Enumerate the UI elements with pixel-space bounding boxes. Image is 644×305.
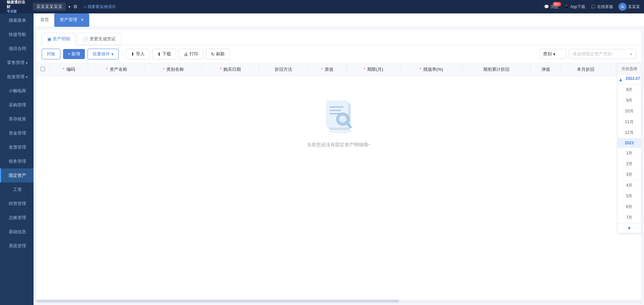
- sidebar-item-search[interactable]: 搜索菜单: [0, 13, 34, 28]
- add-button[interactable]: + 新增: [63, 49, 85, 59]
- month-down-button[interactable]: ▼: [626, 225, 633, 232]
- app-name: 畅捷通好业财: [7, 0, 25, 9]
- month-panel-title: 月份选择: [618, 63, 641, 75]
- batch-button[interactable]: 批量操作 ▾: [88, 49, 119, 59]
- message-badge: 99+: [553, 2, 561, 6]
- company-dropdown-icon[interactable]: ▼: [68, 5, 71, 9]
- download-button[interactable]: ⬇ 下载: [152, 49, 176, 59]
- sidebar-item-inventory[interactable]: 库存核算: [0, 112, 34, 126]
- category-label: 类别: [543, 51, 552, 57]
- svg-rect-5: [329, 110, 341, 111]
- month-item-nov[interactable]: 11月: [618, 117, 641, 128]
- sidebar-item-system[interactable]: 系统管理: [0, 239, 34, 253]
- message-button[interactable]: 💬 消息 99+: [544, 4, 558, 10]
- sub-tab-asset-detail-label: 资产明细: [53, 36, 70, 42]
- th-depreciation-method: 折旧方法: [259, 63, 308, 76]
- top-bar-left: 畅捷通好业财 专业版 某某某某某某 ▼ ⚙ ○ 我要看实例演示: [4, 0, 541, 14]
- table-header-row: * 编码 * 资产名称 * 类别名称: [36, 63, 641, 76]
- sidebar-item-project[interactable]: 项目合同: [0, 42, 34, 56]
- scroll-thumb[interactable]: [36, 300, 399, 302]
- month-panel-nav-top: ▲ 2022.07: [618, 75, 641, 85]
- purchase-label: 采购管理: [9, 102, 26, 108]
- sidebar-item-basic-info[interactable]: 基础信息: [0, 225, 34, 239]
- wholesale-label: 批发管理: [7, 74, 24, 80]
- download-icon: ⬇: [157, 52, 161, 57]
- month-item-jul[interactable]: 7月: [618, 212, 641, 223]
- month-item-sep[interactable]: 9月: [618, 95, 641, 106]
- batch-label: 批量操作: [93, 51, 110, 57]
- month-up-button[interactable]: ▲: [618, 76, 623, 83]
- sidebar-item-wholesale[interactable]: 批发管理 ▾: [0, 70, 34, 84]
- sidebar-item-payroll[interactable]: 工资: [0, 183, 34, 197]
- import-icon: ⬆: [131, 52, 135, 57]
- month-item-dec[interactable]: 12月: [618, 128, 641, 138]
- toolbar-divider: [122, 52, 122, 56]
- sub-tab-change-voucher[interactable]: 📄 变更生成凭证: [77, 33, 121, 45]
- online-service-button[interactable]: 🎧 在线客服: [591, 4, 613, 10]
- sidebar-item-invoice[interactable]: 发票管理: [0, 140, 34, 154]
- sidebar-item-finance[interactable]: 资金管理: [0, 126, 34, 140]
- month-item-apr[interactable]: 4月: [618, 180, 641, 191]
- tab-asset-mgmt-label: 资产管理: [60, 17, 77, 23]
- user-menu[interactable]: Ai 某某某: [619, 3, 640, 11]
- refresh-label: 刷新: [216, 51, 225, 57]
- svg-point-9: [340, 116, 343, 119]
- month-item-aug[interactable]: 8月: [618, 85, 641, 95]
- payroll-label: 工资: [13, 187, 22, 193]
- month-item-year-2023[interactable]: 2023: [618, 138, 641, 148]
- tab-bar: 首页 资产管理 ✕: [34, 13, 644, 27]
- app-download-button[interactable]: 📱 App下载: [564, 4, 585, 10]
- content-panel: ▣ 资产明细 📄 变更生成凭证 对账 + 新增 批量操作 ▾: [36, 30, 641, 302]
- wholesale-arrow-icon: ▾: [26, 75, 28, 79]
- sidebar-item-purchase[interactable]: 采购管理: [0, 98, 34, 112]
- print-label: 打印: [190, 51, 198, 57]
- svg-point-0: [329, 130, 352, 134]
- month-item-jun[interactable]: 6月: [618, 202, 641, 212]
- sidebar-item-ledger[interactable]: 总账管理: [0, 211, 34, 225]
- category-input[interactable]: 请选择固定资产类别 ▾: [569, 49, 636, 59]
- month-item-oct[interactable]: 10月: [618, 106, 641, 117]
- management-label: 经营管理: [9, 201, 26, 207]
- empty-illustration: [319, 96, 359, 137]
- search-label: 搜索菜单: [9, 17, 26, 23]
- print-icon: 🖨: [184, 52, 188, 57]
- bottom-scrollbar[interactable]: [36, 300, 641, 302]
- th-checkbox: [36, 63, 50, 76]
- month-year-display: 2022.07: [626, 76, 640, 83]
- match-button[interactable]: 对账: [42, 49, 60, 59]
- tab-close-icon[interactable]: ✕: [80, 17, 84, 22]
- import-button[interactable]: ⬆ 导入: [126, 49, 150, 59]
- avatar: Ai: [619, 3, 627, 11]
- sidebar-item-retail[interactable]: 零售管理 ▾: [0, 56, 34, 70]
- sidebar-item-tax[interactable]: 税务管理: [0, 154, 34, 168]
- tab-asset-mgmt[interactable]: 资产管理 ✕: [54, 13, 89, 27]
- sidebar-item-ecommerce[interactable]: 小畅电商: [0, 84, 34, 98]
- tab-home[interactable]: 首页: [35, 13, 54, 27]
- company-selector[interactable]: 某某某某某某: [33, 3, 66, 11]
- toolbar-left: 对账 + 新增 批量操作 ▾ ⬆ 导入 ⬇ 下载: [42, 49, 537, 59]
- month-panel: 月份选择 ▲ 2022.07 8月 9月 10月: [617, 63, 641, 233]
- month-item-feb[interactable]: 2月: [618, 159, 641, 169]
- demo-link[interactable]: ○ 我要看实例演示: [84, 4, 116, 10]
- inventory-label: 库存核算: [9, 116, 26, 122]
- ledger-label: 总账管理: [9, 215, 26, 221]
- headset-icon: 🎧: [591, 4, 596, 9]
- sidebar-item-fixed-assets[interactable]: 固定资产: [0, 168, 34, 183]
- refresh-button[interactable]: ↻ 刷新: [206, 49, 230, 59]
- category-dropdown-icon: ▾: [553, 52, 555, 57]
- sidebar-item-quick-nav[interactable]: 快捷导航: [0, 28, 34, 42]
- th-residual-rate: * 残值率(%): [400, 63, 463, 76]
- print-button[interactable]: 🖨 打印: [179, 49, 203, 59]
- month-item-jan[interactable]: 1月: [618, 148, 641, 159]
- category-selector[interactable]: 类别 ▾: [539, 49, 566, 59]
- sub-tab-asset-detail[interactable]: ▣ 资产明细: [42, 33, 76, 45]
- th-category: * 类别名称: [145, 63, 202, 76]
- sidebar-item-management[interactable]: 经营管理: [0, 197, 34, 211]
- basic-info-label: 基础信息: [9, 229, 26, 235]
- settings-icon[interactable]: ⚙: [73, 4, 77, 10]
- top-bar: 畅捷通好业财 专业版 某某某某某某 ▼ ⚙ ○ 我要看实例演示 💬 消息 99+…: [0, 0, 644, 13]
- select-all-checkbox[interactable]: [41, 67, 45, 71]
- month-item-mar[interactable]: 3月: [618, 169, 641, 180]
- month-item-may[interactable]: 5月: [618, 191, 641, 202]
- th-monthly-depreciation: 本月折旧: [561, 63, 610, 76]
